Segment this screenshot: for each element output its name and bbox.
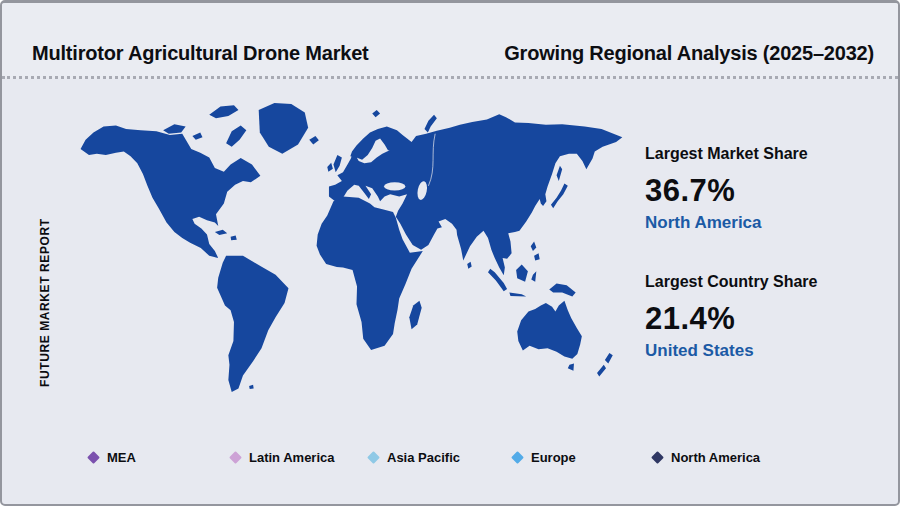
- iceland: [309, 136, 319, 144]
- black-sea: [384, 182, 405, 190]
- south-america: [217, 256, 288, 392]
- world-map-svg: [62, 97, 624, 405]
- legend-item-europe: Europe: [513, 450, 576, 465]
- market-title: Multirotor Agricultural Drone Market: [32, 42, 369, 65]
- japan-sakhalin: [551, 166, 568, 209]
- continents: [81, 103, 623, 392]
- legend-item-north-america: North America: [653, 450, 760, 465]
- legend-marker-europe: [511, 451, 524, 464]
- world-map: [62, 97, 624, 405]
- legend-label-asia-pacific: Asia Pacific: [387, 450, 460, 465]
- sri-lanka: [467, 262, 471, 269]
- legend-label-north-america: North America: [671, 450, 760, 465]
- legend-item-latin-america: Latin America: [231, 450, 335, 465]
- legend-marker-mea: [87, 451, 100, 464]
- stat-largest-country-share: Largest Country Share 21.4% United State…: [645, 273, 900, 361]
- analysis-title: Growing Regional Analysis (2025–2032): [504, 42, 874, 65]
- infographic-window: Multirotor Agricultural Drone Market Gro…: [0, 0, 900, 506]
- stat-value: 36.7%: [645, 173, 900, 209]
- legend-marker-latin-america: [229, 451, 242, 464]
- legend-label-mea: MEA: [107, 450, 136, 465]
- brand-watermark: FUTURE MARKET REPORT: [38, 227, 54, 387]
- legend: MEA Latin America Asia Pacific Europe No…: [2, 450, 898, 470]
- madagascar: [409, 301, 421, 329]
- header: Multirotor Agricultural Drone Market Gro…: [2, 3, 898, 79]
- legend-marker-asia-pacific: [367, 451, 380, 464]
- falkland-islands: [249, 385, 253, 389]
- australia: [517, 301, 582, 359]
- legend-item-asia-pacific: Asia Pacific: [369, 450, 460, 465]
- caribbean-islands: [215, 230, 237, 241]
- stat-label: Largest Market Share: [645, 145, 900, 163]
- greenland: [259, 103, 308, 154]
- legend-item-mea: MEA: [89, 450, 136, 465]
- stat-largest-market-share: Largest Market Share 36.7% North America: [645, 145, 900, 233]
- stat-label: Largest Country Share: [645, 273, 900, 291]
- stat-region: United States: [645, 341, 900, 361]
- stats-panel: Largest Market Share 36.7% North America…: [645, 145, 900, 361]
- stat-region: North America: [645, 213, 900, 233]
- legend-marker-north-america: [651, 451, 664, 464]
- stat-value: 21.4%: [645, 301, 900, 337]
- legend-label-europe: Europe: [531, 450, 576, 465]
- british-isles: [327, 155, 342, 172]
- legend-label-latin-america: Latin America: [249, 450, 335, 465]
